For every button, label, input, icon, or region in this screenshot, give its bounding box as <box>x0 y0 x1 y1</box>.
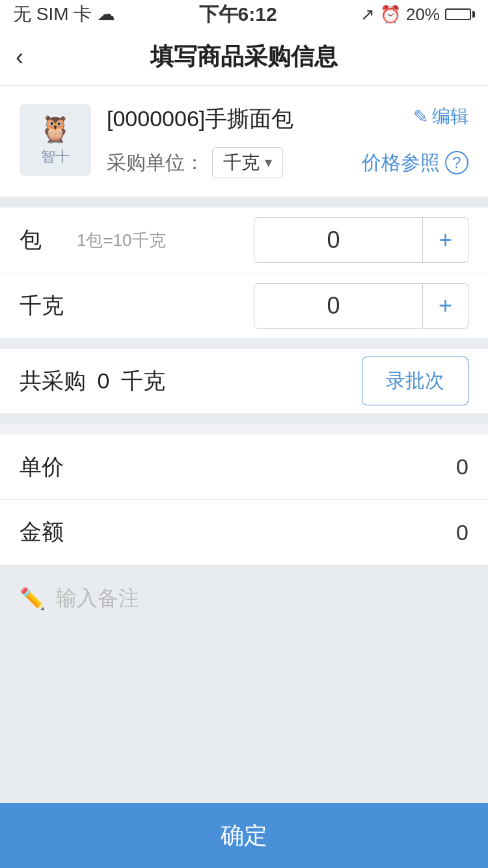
unit-selector[interactable]: 千克 ▾ <box>212 147 283 178</box>
remark-section[interactable]: ✏️ 输入备注 <box>0 565 488 632</box>
summary-value: 0 <box>97 368 109 393</box>
sim-status: 无 SIM 卡 ☁ <box>13 2 115 27</box>
divider-2 <box>0 338 488 349</box>
pack-input-section: 包 1包=10千克 + <box>0 208 488 273</box>
unit-value: 千克 <box>223 150 260 175</box>
kg-plus-icon: + <box>439 292 452 319</box>
product-brand: 智十 <box>41 147 70 167</box>
product-unit-row: 采购单位： 千克 ▾ 价格参照 ? <box>107 147 468 178</box>
status-right: ↗ ⏰ 20% <box>360 5 475 25</box>
unit-label: 采购单位： <box>107 150 204 176</box>
summary-unit: 千克 <box>121 368 165 393</box>
battery-percent: 20% <box>406 5 440 25</box>
kg-input[interactable] <box>254 283 423 329</box>
pack-input-right: + <box>254 217 468 263</box>
edit-label: 编辑 <box>432 104 468 129</box>
unit-price-value: 0 <box>456 454 468 480</box>
product-info: [0000006]手撕面包 ✎ 编辑 采购单位： 千克 ▾ 价格参照 ? <box>107 104 468 178</box>
summary-text: 共采购 0 千克 <box>20 366 165 396</box>
pack-sublabel: 1包=10千克 <box>77 229 166 252</box>
pencil-icon: ✏️ <box>20 586 46 611</box>
product-image-icon: 🦉 <box>39 114 72 144</box>
batch-button[interactable]: 录批次 <box>362 357 468 405</box>
amount-value: 0 <box>456 520 468 545</box>
edit-icon: ✎ <box>413 106 428 128</box>
unit-price-row: 单价 0 <box>0 435 488 500</box>
kg-input-section: 千克 + <box>0 273 488 338</box>
price-ref-label: 价格参照 <box>362 150 440 176</box>
price-reference-button[interactable]: 价格参照 ? <box>362 150 468 176</box>
battery-icon <box>445 8 475 20</box>
batch-label: 录批次 <box>386 370 444 391</box>
status-time: 下午6:12 <box>199 1 277 28</box>
dropdown-arrow-icon: ▾ <box>265 154 272 171</box>
product-name: [0000006]手撕面包 <box>107 104 403 134</box>
price-section: 单价 0 金额 0 <box>0 435 488 565</box>
pack-plus-icon: + <box>439 226 452 254</box>
unit-price-label: 单价 <box>20 452 64 482</box>
location-icon: ↗ <box>360 5 375 25</box>
kg-plus-button[interactable]: + <box>423 283 468 329</box>
alarm-icon: ⏰ <box>380 5 401 25</box>
status-left: 无 SIM 卡 ☁ <box>13 2 115 27</box>
summary-prefix: 共采购 <box>20 368 86 393</box>
info-icon: ? <box>445 151 468 174</box>
pack-row: 包 1包=10千克 + <box>0 208 488 273</box>
confirm-button[interactable]: 确定 <box>0 803 488 868</box>
divider-1 <box>0 197 488 208</box>
product-image: 🦉 智十 <box>20 104 91 176</box>
nav-bar: ‹ 填写商品采购信息 <box>0 29 488 86</box>
pack-input[interactable] <box>254 217 423 263</box>
kg-input-right: + <box>254 283 468 329</box>
back-button[interactable]: ‹ <box>16 44 23 71</box>
remark-placeholder: 输入备注 <box>56 584 139 613</box>
status-bar: 无 SIM 卡 ☁ 下午6:12 ↗ ⏰ 20% <box>0 0 488 29</box>
product-card: 🦉 智十 [0000006]手撕面包 ✎ 编辑 采购单位： 千克 ▾ 价格参照 … <box>0 86 488 197</box>
page-title: 填写商品采购信息 <box>150 41 338 73</box>
edit-button[interactable]: ✎ 编辑 <box>413 104 468 129</box>
kg-row: 千克 + <box>0 273 488 338</box>
confirm-label: 确定 <box>221 820 267 852</box>
pack-plus-button[interactable]: + <box>423 217 468 263</box>
pack-label: 包 <box>20 225 72 255</box>
amount-label: 金额 <box>20 517 64 547</box>
summary-section: 共采购 0 千克 录批次 <box>0 349 488 414</box>
divider-3 <box>0 414 488 424</box>
kg-label: 千克 <box>20 291 72 321</box>
amount-row: 金额 0 <box>0 500 488 565</box>
product-header: [0000006]手撕面包 ✎ 编辑 <box>107 104 468 134</box>
